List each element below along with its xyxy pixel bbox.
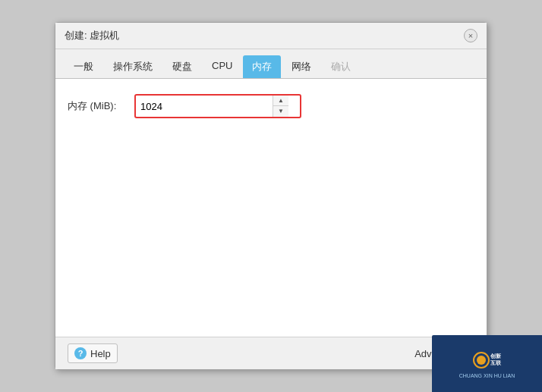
- spinner-up-button[interactable]: ▲: [273, 96, 288, 106]
- dialog-titlebar: 创建: 虚拟机 ×: [55, 23, 487, 49]
- tab-confirm: 确认: [322, 55, 360, 78]
- tab-cpu[interactable]: CPU: [203, 55, 241, 78]
- tab-bar: 一般 操作系统 硬盘 CPU 内存 网络 确认: [55, 49, 487, 79]
- memory-input[interactable]: [136, 98, 273, 115]
- dialog-footer: ? Help Advanced: [55, 337, 487, 369]
- memory-label: 内存 (MiB):: [68, 99, 128, 113]
- memory-row: 内存 (MiB): ▲ ▼: [68, 94, 474, 118]
- help-button[interactable]: ? Help: [68, 343, 118, 363]
- svg-text:互联: 互联: [490, 359, 502, 365]
- svg-point-1: [477, 356, 486, 365]
- tab-os[interactable]: 操作系统: [104, 55, 162, 78]
- dialog-content: 内存 (MiB): ▲ ▼: [55, 79, 487, 337]
- create-vm-dialog: 创建: 虚拟机 × 一般 操作系统 硬盘 CPU 内存 网络 确认 内存 (Mi…: [55, 22, 487, 370]
- svg-text:创新: 创新: [490, 353, 501, 359]
- watermark-icon: 创新 互联: [472, 349, 503, 372]
- close-button[interactable]: ×: [464, 29, 477, 42]
- spinner-buttons: ▲ ▼: [273, 96, 288, 117]
- spinner-down-button[interactable]: ▼: [273, 106, 288, 117]
- tab-memory[interactable]: 内存: [243, 55, 281, 78]
- tab-general[interactable]: 一般: [65, 55, 102, 78]
- watermark-text: CHUANG XIN HU LIAN: [459, 373, 515, 378]
- tab-network[interactable]: 网络: [282, 55, 320, 78]
- help-label: Help: [90, 348, 111, 359]
- dialog-title: 创建: 虚拟机: [65, 29, 119, 42]
- help-icon: ?: [74, 347, 87, 359]
- memory-input-wrapper: ▲ ▼: [134, 94, 301, 118]
- watermark: 创新 互联 CHUANG XIN HU LIAN: [432, 335, 542, 392]
- tab-disk[interactable]: 硬盘: [163, 55, 201, 78]
